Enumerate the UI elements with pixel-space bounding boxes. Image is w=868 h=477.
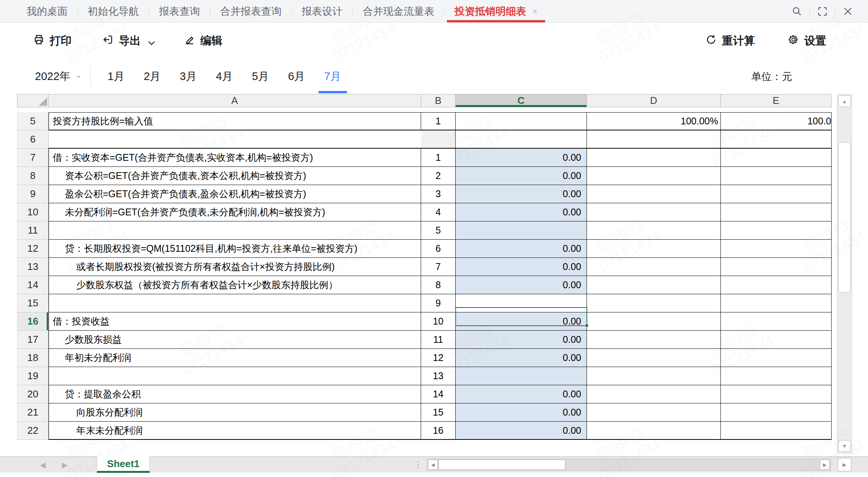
cell-E22[interactable] [721,422,832,440]
cell-B15[interactable]: 9 [421,294,456,312]
row-header-20[interactable]: 20 [17,385,49,403]
cell-D8[interactable] [587,167,721,185]
cell-E8[interactable] [721,167,832,185]
cell-B22[interactable]: 16 [421,422,456,440]
cell-A22[interactable]: 年末未分配利润 [49,422,421,440]
row-header-18[interactable]: 18 [17,349,49,367]
recalculate-button[interactable]: 重计算 [705,33,755,49]
cell-A13[interactable]: 或者长期股权投资(被投资方所有者权益合计×投资方持股比例) [49,258,421,276]
row-header-5[interactable]: 5 [17,112,49,130]
tab-报表设计[interactable]: 报表设计 [292,0,352,22]
vertical-scroll-thumb[interactable] [838,142,851,293]
cell-C19[interactable] [456,367,587,385]
prev-sheet-icon[interactable]: ◀ [40,457,46,472]
cell-A7[interactable]: 借：实收资本=GET(合并资产负债表,实收资本,机构=被投资方) [49,149,421,167]
cell-D12[interactable] [587,240,721,258]
cell-A21[interactable]: 向股东分配利润 [49,403,421,422]
cell-D11[interactable] [587,221,721,240]
cell-C6[interactable] [456,130,587,149]
search-icon[interactable] [785,0,810,22]
month-tab-4月[interactable]: 4月 [206,59,242,94]
column-header-E[interactable]: E [721,94,832,107]
cell-B17[interactable]: 11 [421,331,456,349]
row-header-10[interactable]: 10 [17,203,49,221]
cell-B8[interactable]: 2 [421,167,456,185]
export-button[interactable]: 导出 [102,33,153,49]
scroll-up-button[interactable]: ▲ [838,96,851,107]
cell-E13[interactable] [721,258,832,276]
cell-C13[interactable]: 0.00 [456,258,587,276]
grid-corner-cell[interactable] [17,94,49,107]
cell-D20[interactable] [587,385,721,403]
cell-E15[interactable] [721,294,832,312]
row-header-14[interactable]: 14 [17,276,49,294]
month-tab-5月[interactable]: 5月 [242,59,278,94]
cell-C20[interactable]: 0.00 [456,385,587,403]
cell-A6[interactable] [49,130,421,149]
cell-E11[interactable] [721,221,832,240]
cell-A9[interactable]: 盈余公积=GET(合并资产负债表,盈余公积,机构=被投资方) [49,185,421,203]
edit-button[interactable]: 编辑 [184,33,222,49]
scroll-left-button[interactable]: ◀ [428,460,438,470]
row-header-22[interactable]: 22 [17,422,49,440]
column-header-B[interactable]: B [421,94,456,107]
cell-D13[interactable] [587,258,721,276]
fullscreen-icon[interactable] [810,0,835,22]
tab-报表查询[interactable]: 报表查询 [149,0,210,22]
column-header-D[interactable]: D [587,94,721,107]
cell-E9[interactable] [721,185,832,203]
cell-E12[interactable] [721,240,832,258]
cell-E7[interactable] [721,149,832,167]
cell-D7[interactable] [587,149,721,167]
row-header-11[interactable]: 11 [17,221,49,240]
cell-B20[interactable]: 14 [421,385,456,403]
cell-E19[interactable] [721,367,832,385]
row-header-15[interactable]: 15 [17,294,49,312]
cell-D14[interactable] [587,276,721,294]
tab-合并现金流量表[interactable]: 合并现金流量表 [353,0,444,22]
cell-D18[interactable] [587,349,721,367]
row-header-8[interactable]: 8 [17,167,49,185]
cell-D21[interactable] [587,403,721,422]
row-header-17[interactable]: 17 [17,331,49,349]
cell-D5[interactable]: 100.00% [587,112,721,130]
cell-B10[interactable]: 4 [421,203,456,221]
cell-C22[interactable]: 0.00 [456,422,587,440]
column-header-A[interactable]: A [49,94,421,107]
cell-A20[interactable]: 贷：提取盈余公积 [49,385,421,403]
settings-button[interactable]: 设置 [788,33,826,49]
cell-B11[interactable]: 5 [421,221,456,240]
row-header-21[interactable]: 21 [17,403,49,422]
cell-D9[interactable] [587,185,721,203]
scroll-corner-button[interactable]: ▶ [838,458,851,471]
cell-B14[interactable]: 8 [421,276,456,294]
scroll-right-button[interactable]: ▶ [820,460,830,470]
cell-B16[interactable]: 10 [421,312,456,331]
cell-A16[interactable]: 借：投资收益 [49,312,421,331]
cell-C9[interactable]: 0.00 [456,185,587,203]
cell-C8[interactable]: 0.00 [456,167,587,185]
cell-A18[interactable]: 年初未分配利润 [49,349,421,367]
sheet-tab[interactable]: Sheet1 [97,457,150,473]
cell-C14[interactable]: 0.00 [456,276,587,294]
tab-初始化导航[interactable]: 初始化导航 [78,0,149,22]
cell-D22[interactable] [587,422,721,440]
selection-outline[interactable] [455,307,587,326]
month-tab-2月[interactable]: 2月 [134,59,170,94]
cell-D15[interactable] [587,294,721,312]
month-tab-1月[interactable]: 1月 [98,59,134,94]
cell-A14[interactable]: 少数股东权益（被投资方所有者权益合计×少数股东持股比例） [49,276,421,294]
cell-D19[interactable] [587,367,721,385]
cell-D6[interactable] [587,130,721,149]
tab-合并报表查询[interactable]: 合并报表查询 [210,0,291,22]
column-header-C[interactable]: C [456,94,587,107]
month-tab-3月[interactable]: 3月 [170,59,206,94]
cell-A5[interactable]: 投资方持股比例=输入值 [49,112,421,130]
horizontal-scroll-thumb[interactable] [439,460,565,470]
fill-handle[interactable] [585,324,588,327]
cell-C18[interactable]: 0.00 [456,349,587,367]
cell-A11[interactable] [49,221,421,240]
tab-投资抵销明细表[interactable]: 投资抵销明细表× [445,0,547,22]
row-header-16[interactable]: 16 [17,312,49,331]
cell-E16[interactable] [721,312,832,331]
